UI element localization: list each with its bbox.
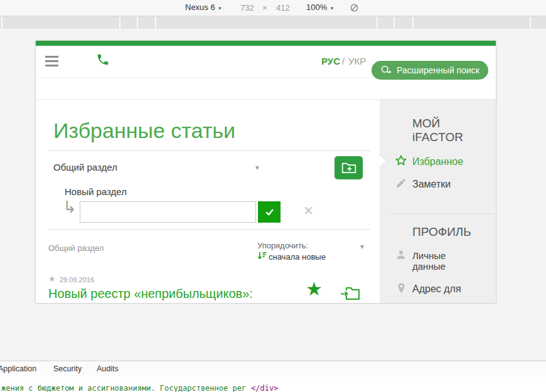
viewport-height-field[interactable]: 412 <box>276 3 290 13</box>
divider <box>48 229 370 230</box>
search-plus-icon <box>380 65 392 77</box>
chevron-down-icon: ▼ <box>217 6 222 11</box>
location-pin-icon <box>396 282 407 297</box>
site-header: РУС / УКР Расширенный поиск <box>36 46 496 78</box>
list-section-label: Общий раздел <box>48 243 104 253</box>
hamburger-menu-icon[interactable] <box>45 56 58 69</box>
move-to-folder-icon[interactable] <box>340 285 360 303</box>
pencil-icon <box>395 177 407 191</box>
confirm-section-button[interactable] <box>258 201 281 223</box>
phone-icon[interactable] <box>96 53 110 69</box>
elements-text-node[interactable]: жения с бюджетом и ассигнованиями. Госуд… <box>1 384 246 392</box>
favorite-star-icon[interactable]: ★ <box>306 280 323 299</box>
screenshot-stage: Nexus 6 ▼ 732 × 412 100% ▼ <box>0 0 546 392</box>
chevron-down-icon[interactable]: ▼ <box>359 243 365 250</box>
folder-plus-icon <box>341 162 356 174</box>
date-star-icon: ★ <box>48 274 56 283</box>
advanced-search-button[interactable]: Расширенный поиск <box>372 61 488 80</box>
sort-label: Упорядочить: <box>257 241 308 250</box>
check-icon <box>264 207 275 218</box>
lang-ukr-link[interactable]: УКР <box>348 56 366 66</box>
lang-rus-link[interactable]: РУС <box>321 56 340 66</box>
ruler-divider <box>119 16 120 29</box>
person-icon <box>395 249 407 263</box>
sidebar-heading-my: МОЙ iFACTOR <box>412 117 463 144</box>
active-item-notch <box>372 153 387 168</box>
sub-item-arrow-icon: ↳ <box>63 198 77 217</box>
star-outline-icon <box>395 154 407 169</box>
ruler-divider <box>137 16 138 29</box>
ruler-divider <box>155 16 156 29</box>
elements-closing-tag[interactable]: </div> <box>251 384 278 392</box>
tab-audits[interactable]: Audits <box>97 364 119 373</box>
lang-separator: / <box>342 56 345 66</box>
ruler-divider <box>377 16 378 29</box>
device-selector-label: Nexus 6 <box>185 3 215 12</box>
media-query-ruler <box>0 16 546 29</box>
sidebar-heading-profile: ПРОФИЛЬ <box>412 225 471 239</box>
cancel-section-button[interactable]: ✕ <box>299 203 318 219</box>
device-viewport: РУС / УКР Расширенный поиск Избранные ст… <box>36 41 496 303</box>
devtools-elements-pane: жения с бюджетом и ассигнованиями. Госуд… <box>0 376 546 392</box>
sidebar: МОЙ iFACTOR Избранное Заметки ПРОФИЛЬ Ли… <box>380 100 496 303</box>
devtools-panel-tabs: Application Security Audits <box>0 361 546 377</box>
sidebar-item-address[interactable]: Адрес для <box>412 283 461 294</box>
article-link[interactable]: Новый реестр «неприбыльщиков»: <box>48 287 253 301</box>
device-selector[interactable]: Nexus 6 ▼ <box>185 3 222 12</box>
viewport-width-field[interactable]: 732 <box>240 3 254 13</box>
section-dropdown[interactable]: Общий раздел <box>53 162 117 172</box>
devtools-device-toolbar: Nexus 6 ▼ 732 × 412 100% ▼ <box>0 0 546 16</box>
new-section-label: Новый раздел <box>65 186 127 197</box>
chevron-down-icon: ▼ <box>329 6 335 11</box>
add-folder-button[interactable] <box>335 156 363 179</box>
tab-security[interactable]: Security <box>53 364 82 373</box>
tab-application[interactable]: Application <box>0 364 36 373</box>
zoom-selector[interactable]: 100% ▼ <box>306 3 335 12</box>
sidebar-item-notes[interactable]: Заметки <box>412 179 451 190</box>
ruler-divider <box>530 16 531 29</box>
chevron-down-icon[interactable]: ▼ <box>254 164 260 171</box>
sidebar-item-personal-data[interactable]: Личные данные <box>412 250 446 272</box>
page-title: Избранные статьи <box>53 119 235 143</box>
ruler-divider <box>1 16 3 29</box>
sort-descending-icon <box>257 251 267 263</box>
zoom-selector-label: 100% <box>306 3 327 12</box>
dimension-separator: × <box>262 3 267 13</box>
sidebar-item-favorites[interactable]: Избранное <box>412 156 463 167</box>
sidebar-divider <box>389 214 496 215</box>
new-section-input[interactable] <box>80 201 256 223</box>
site-brand-stripe <box>36 41 496 46</box>
rotate-device-icon[interactable] <box>350 3 358 14</box>
advanced-search-label: Расширенный поиск <box>397 65 479 75</box>
article-date: 29.09.2016 <box>60 276 94 283</box>
sort-dropdown[interactable]: сначала новые <box>269 252 326 262</box>
ruler-divider <box>393 16 395 29</box>
divider <box>48 151 370 151</box>
ruler-divider <box>412 16 414 29</box>
